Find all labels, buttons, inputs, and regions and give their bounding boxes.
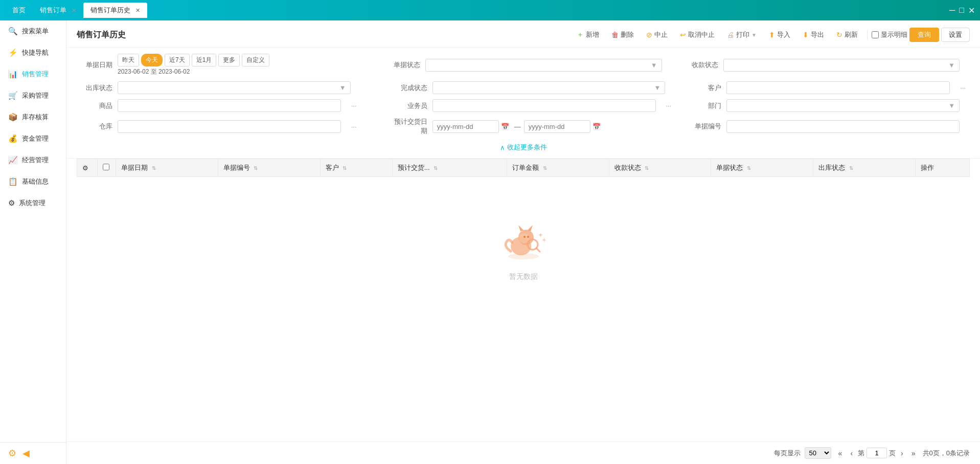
tab-sales-order-history[interactable]: 销售订单历史 ✕ [83, 3, 147, 18]
minimize-button[interactable]: ─ [949, 6, 955, 15]
th-outbound-status[interactable]: 出库状态 ⇅ [813, 159, 916, 177]
sidebar-item-system[interactable]: ⚙ 系统管理 [0, 192, 66, 214]
close-button[interactable]: ✕ [968, 6, 975, 15]
svg-point-9 [527, 236, 529, 238]
top-bar: 首页 销售订单 ✕ 销售订单历史 ✕ ─ □ ✕ [0, 0, 980, 20]
new-icon: ＋ [577, 30, 584, 39]
date-btn-today[interactable]: 今天 [141, 54, 163, 67]
delivery-date-to[interactable] [524, 120, 590, 133]
delivery-date-to-icon[interactable]: 📅 [592, 123, 601, 130]
th-order-status[interactable]: 单据状态 ⇅ [711, 159, 813, 177]
import-button[interactable]: ⬆ 导入 [764, 28, 795, 41]
query-button[interactable]: 查询 [909, 28, 939, 42]
sidebar-item-basicinfo[interactable]: 📋 基础信息 [0, 171, 66, 192]
sidebar-item-operations[interactable]: 📈 经营管理 [0, 149, 66, 171]
th-order-no[interactable]: 单据编号 ⇅ [218, 159, 320, 177]
receipt-status-select[interactable]: ▼ [723, 59, 960, 72]
refresh-icon: ↻ [836, 31, 842, 39]
th-receipt-status[interactable]: 收款状态 ⇅ [609, 159, 711, 177]
print-label: 打印 [736, 30, 749, 39]
order-no-input[interactable] [726, 120, 960, 133]
date-btn-7days[interactable]: 近7天 [165, 54, 190, 67]
date-buttons: 昨天 今天 近7天 近1月 更多 自定义 [118, 54, 271, 67]
collapse-button[interactable]: ∧ 收起更多条件 [500, 143, 547, 152]
empty-row: ✦ ✦ 暂无数据 [77, 177, 970, 323]
select-all-checkbox[interactable] [103, 164, 109, 170]
new-button[interactable]: ＋ 新增 [572, 28, 604, 41]
customer-ellipsis[interactable]: ··· [960, 84, 966, 92]
delivery-date-from[interactable] [432, 120, 499, 133]
department-select[interactable]: ▼ [726, 99, 960, 112]
svg-point-8 [523, 236, 526, 238]
delivery-date-from-icon[interactable]: 📅 [501, 123, 509, 130]
date-btn-yesterday[interactable]: 昨天 [118, 54, 139, 67]
sidebar-item-finance[interactable]: 💰 资金管理 [0, 128, 66, 149]
outbound-status-label: 出库状态 [77, 83, 118, 93]
th-amount-sort-icon: ⇅ [543, 165, 547, 171]
prev-page-button[interactable]: ‹ [847, 448, 856, 458]
product-ellipsis[interactable]: ··· [351, 102, 357, 109]
delete-button[interactable]: 🗑 删除 [606, 28, 639, 41]
next-page-button[interactable]: › [898, 448, 906, 458]
export-button[interactable]: ⬇ 导出 [797, 28, 829, 41]
tab-sales-order-history-close[interactable]: ✕ [135, 7, 140, 14]
order-status-select[interactable]: ▼ [425, 59, 662, 72]
th-settings[interactable]: ⚙ [77, 159, 98, 177]
first-page-button[interactable]: « [835, 448, 846, 458]
sidebar-item-finance-label: 资金管理 [22, 134, 49, 143]
last-page-button[interactable]: » [908, 448, 919, 458]
salesperson-input[interactable] [432, 99, 656, 112]
th-outbound-status-sort-icon: ⇅ [849, 165, 853, 171]
collapse-sidebar-icon[interactable]: ◀ [22, 448, 30, 459]
date-filter-label: 单据日期 [77, 60, 118, 70]
receipt-status-label: 收款状态 [682, 60, 723, 70]
display-detail-checkbox[interactable] [872, 31, 879, 38]
tab-sales-order-close[interactable]: ✕ [72, 7, 76, 14]
refresh-button[interactable]: ↻ 刷新 [831, 28, 863, 41]
th-receipt-status-sort-icon: ⇅ [645, 165, 649, 171]
status-filter-label: 单据状态 [384, 60, 425, 70]
th-actions-label: 操作 [921, 164, 934, 171]
print-button[interactable]: 🖨 打印 ▼ [722, 28, 762, 41]
cancel-stop-button[interactable]: ↩ 取消中止 [675, 28, 720, 41]
filter-area: 单据日期 昨天 今天 近7天 近1月 更多 自定义 2023-06-02 至 2… [66, 48, 980, 159]
window-controls: ─ □ ✕ [949, 6, 975, 15]
th-delivery[interactable]: 预计交货... ⇅ [392, 159, 507, 177]
warehouse-input[interactable] [118, 120, 341, 133]
product-input[interactable] [118, 99, 341, 112]
th-check[interactable] [98, 159, 116, 177]
salesperson-ellipsis[interactable]: ··· [666, 102, 672, 109]
data-table: ⚙ 单据日期 ⇅ 单据编号 ⇅ 客户 ⇅ [77, 159, 970, 322]
warehouse-ellipsis[interactable]: ··· [351, 123, 357, 130]
sidebar-item-inventory[interactable]: 📦 库存核算 [0, 106, 66, 128]
tab-sales-order[interactable]: 销售订单 ✕ [33, 3, 83, 18]
tab-home[interactable]: 首页 [5, 3, 33, 18]
date-btn-more[interactable]: 更多 [218, 54, 240, 67]
purchase-icon: 🛒 [8, 91, 18, 100]
settings-bottom-icon[interactable]: ⚙ [8, 448, 16, 459]
date-range-text: 2023-06-02 至 2023-06-02 [118, 68, 271, 76]
th-amount[interactable]: 订单金额 ⇅ [507, 159, 609, 177]
sidebar-item-purchase[interactable]: 🛒 采购管理 [0, 85, 66, 106]
th-amount-label: 订单金额 [512, 164, 539, 171]
setting-button[interactable]: 设置 [941, 28, 970, 42]
sidebar-item-basicinfo-label: 基础信息 [22, 177, 49, 186]
date-btn-1month[interactable]: 近1月 [192, 54, 217, 67]
page-size-select[interactable]: 50 10 20 100 [805, 447, 831, 459]
quicknav-icon: ⚡ [8, 48, 18, 57]
customer-input[interactable] [726, 81, 950, 94]
th-customer[interactable]: 客户 ⇅ [320, 159, 392, 177]
outbound-status-select[interactable]: ▼ [118, 81, 351, 94]
sidebar-item-sales[interactable]: 📊 销售管理 [0, 63, 66, 85]
completion-status-select[interactable]: ▼ [432, 81, 666, 94]
date-filter-content: 昨天 今天 近7天 近1月 更多 自定义 2023-06-02 至 2023-0… [118, 54, 364, 76]
page-number-input[interactable] [867, 448, 887, 458]
sidebar-item-quicknav[interactable]: ⚡ 快捷导航 [0, 42, 66, 63]
sidebar-item-search[interactable]: 🔍 搜索菜单 [0, 20, 66, 42]
maximize-button[interactable]: □ [959, 6, 964, 15]
th-date[interactable]: 单据日期 ⇅ [116, 159, 218, 177]
basicinfo-icon: 📋 [8, 177, 18, 186]
stop-button[interactable]: ⊘ 中止 [641, 28, 673, 41]
date-btn-custom[interactable]: 自定义 [242, 54, 269, 67]
sidebar-bottom: ⚙ ◀ [0, 442, 66, 464]
